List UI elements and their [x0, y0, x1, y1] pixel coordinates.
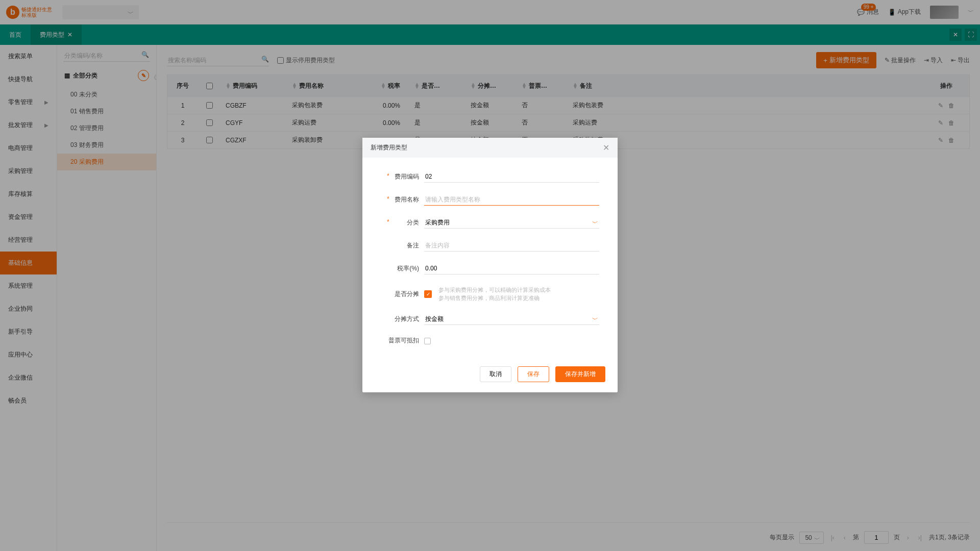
label-allocation: 是否分摊: [381, 290, 424, 298]
chevron-down-icon: ﹀: [592, 219, 598, 228]
invoice-deduct-checkbox[interactable]: [424, 338, 431, 344]
label-fee-name: 费用名称: [381, 195, 424, 204]
label-category: 分类: [381, 218, 424, 227]
modal-title: 新增费用类型: [371, 143, 407, 152]
fee-name-input[interactable]: [424, 194, 599, 206]
allocation-checkbox[interactable]: ✓: [424, 290, 432, 298]
add-fee-type-modal: 新增费用类型 ✕ 费用编码 费用名称 分类 ﹀ 备注: [362, 138, 618, 392]
help-line1: 参与采购费用分摊，可以精确的计算采购成本: [438, 287, 551, 293]
rate-input[interactable]: [424, 263, 599, 274]
close-icon[interactable]: ✕: [603, 143, 609, 153]
save-button[interactable]: 保存: [518, 366, 549, 382]
label-invoice-deduct: 普票可抵扣: [381, 336, 424, 345]
modal-header: 新增费用类型 ✕: [362, 138, 618, 158]
label-remark: 备注: [381, 241, 424, 250]
save-and-new-button[interactable]: 保存并新增: [555, 366, 605, 382]
category-select[interactable]: [424, 217, 599, 229]
help-line2: 参与销售费用分摊，商品利润计算更准确: [438, 295, 540, 301]
chevron-down-icon: ﹀: [592, 315, 598, 324]
cancel-button[interactable]: 取消: [480, 366, 511, 382]
allocation-help: 参与采购费用分摊，可以精确的计算采购成本 参与销售费用分摊，商品利润计算更准确: [438, 286, 551, 302]
label-rate: 税率(%): [381, 264, 424, 273]
label-fee-code: 费用编码: [381, 172, 424, 181]
allocation-method-select[interactable]: [424, 313, 599, 325]
fee-code-input[interactable]: [424, 171, 599, 183]
label-allocation-method: 分摊方式: [381, 315, 424, 323]
modal-overlay: 新增费用类型 ✕ 费用编码 费用名称 分类 ﹀ 备注: [0, 0, 980, 551]
remark-input[interactable]: [424, 240, 599, 252]
